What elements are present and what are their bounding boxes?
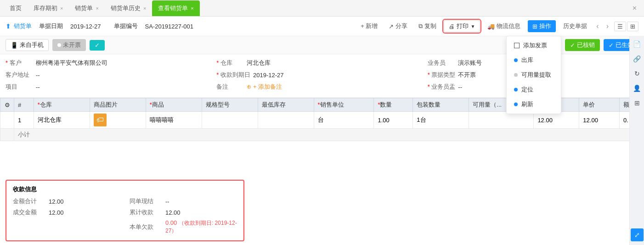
row-quantity[interactable]: 1.00: [374, 112, 413, 129]
col-package-qty: 包装数量: [413, 98, 469, 112]
doc-date-value[interactable]: 2019-12-27: [70, 23, 101, 30]
available-icon: [514, 73, 518, 77]
warehouse-field: 仓库 河北仓库: [216, 59, 427, 67]
tab-view-sales-close[interactable]: ×: [191, 6, 193, 11]
tab-inventory-init[interactable]: 库存期初 ×: [28, 0, 69, 16]
history-button[interactable]: 历史单据: [559, 21, 591, 32]
address-label: 客户地址: [6, 71, 33, 79]
address-field: 客户地址 --: [6, 71, 216, 79]
tab-history-close[interactable]: ×: [143, 6, 146, 11]
menu-item-locate[interactable]: 定位: [507, 82, 561, 97]
total-value: 12.00: [49, 198, 64, 205]
sold-status-button[interactable]: ✓ 已核销: [565, 39, 600, 51]
row-package-qty: 1台: [413, 112, 469, 129]
total-label: 金额合计: [13, 197, 45, 205]
row-spec: [202, 112, 258, 129]
row-stock: 12.00: [534, 112, 579, 129]
not-open-dot: [57, 43, 61, 47]
confirm-button[interactable]: ✓: [90, 40, 105, 51]
doc-type-badge: ⬆ 销货单: [6, 22, 32, 30]
row-product-img: 🏷: [90, 112, 146, 129]
subtotal-gear: [0, 129, 14, 141]
sidebar-table-icon[interactable]: ⊞: [631, 97, 644, 109]
customer-label: 客户: [6, 59, 33, 67]
col-warehouse: *仓库: [34, 98, 90, 112]
tab-view-sales[interactable]: 查看销货单 ×: [152, 0, 199, 16]
print-button[interactable]: 🖨 打印 ▼: [444, 20, 480, 32]
operation-button[interactable]: ⊞ 操作: [528, 20, 556, 32]
product-image: 🏷: [94, 114, 107, 126]
nav-prev[interactable]: ‹: [594, 21, 600, 31]
menu-item-refresh[interactable]: 刷新: [507, 97, 561, 112]
from-mobile-button[interactable]: 📱 来自手机: [6, 39, 49, 51]
tab-sales-history[interactable]: 销货单历史 ×: [105, 0, 152, 16]
sidebar-link-icon[interactable]: 🔗: [631, 52, 644, 65]
transaction-value: 12.00: [49, 209, 64, 216]
view-grid[interactable]: ⊞: [627, 22, 638, 31]
staff-value[interactable]: 演示账号: [458, 59, 495, 67]
sold-label: 已核销: [577, 41, 595, 49]
doc-header: ⬆ 销货单 单据日期 2019-12-27 单据编号 SA-20191227-0…: [0, 17, 644, 36]
table-row: 1 河北仓库 🏷 嘻嘻嘻嘻 台 1.00 1台 12.00 12.00 0.: [0, 112, 644, 129]
tab-history-label: 销货单历史: [111, 4, 141, 12]
cumulative-row: 累计收款 12.00: [130, 208, 237, 217]
locate-icon: [514, 88, 518, 91]
tab-sales-order[interactable]: 销货单 ×: [69, 0, 104, 16]
ticket-type-value[interactable]: 不开票: [458, 71, 495, 79]
tab-view-sales-label: 查看销货单: [158, 4, 188, 12]
due-date-field: 收款到期日 2019-12-27: [216, 71, 427, 79]
total-row: 金额合计 12.00: [13, 197, 120, 205]
customer-value[interactable]: 柳州粤港平安气体有限公司: [36, 59, 109, 67]
sidebar-file-icon[interactable]: 📄: [631, 38, 644, 51]
menu-item-outbound[interactable]: 出库: [507, 53, 561, 68]
sidebar-refresh-icon[interactable]: ↻: [631, 67, 644, 80]
row-warehouse: 河北仓库: [34, 112, 90, 129]
doc-type-icon: ⬆: [6, 23, 11, 30]
view-list[interactable]: ☰: [614, 22, 626, 31]
settlement-value: --: [165, 198, 169, 205]
doc-date-label: 单据日期: [39, 22, 63, 30]
due-date-value[interactable]: 2019-12-27: [253, 72, 290, 79]
mobile-icon: 📱: [11, 42, 18, 49]
close-all-tabs[interactable]: ×: [629, 4, 640, 12]
print-icon: 🖨: [449, 23, 455, 30]
operation-dropdown: 添加发票 出库 可用量提取 定位 刷新: [506, 36, 561, 114]
project-field: 项目 --: [6, 83, 216, 91]
new-button[interactable]: + 新增: [357, 21, 381, 32]
outbound-icon: [514, 58, 518, 62]
menu-item-add-invoice[interactable]: 添加发票: [507, 38, 561, 53]
menu-item-available[interactable]: 可用量提取: [507, 68, 561, 82]
add-invoice-label: 添加发票: [523, 41, 547, 50]
tab-sales-close[interactable]: ×: [96, 6, 98, 11]
nav-next[interactable]: ›: [604, 21, 610, 31]
refresh-label: 刷新: [521, 100, 533, 108]
print-arrow: ▼: [470, 24, 475, 29]
tab-inventory-close[interactable]: ×: [60, 6, 63, 11]
col-quantity: *数量: [374, 98, 413, 112]
not-open-button[interactable]: 未开票: [52, 39, 86, 51]
address-value: --: [36, 72, 109, 79]
warehouse-value[interactable]: 河北仓库: [247, 59, 283, 67]
sidebar-expand-icon[interactable]: ⤢: [631, 228, 644, 241]
logistics-button[interactable]: 🚚 物流信息: [484, 21, 524, 32]
add-remark-button[interactable]: ⊕ + 添加备注: [247, 83, 282, 91]
row-product[interactable]: 嘻嘻嘻嘻: [146, 112, 202, 129]
not-open-label: 未开票: [63, 41, 81, 49]
copy-button[interactable]: ⧉ 复制: [415, 21, 440, 32]
col-gear[interactable]: ⚙: [0, 98, 14, 112]
logistics-icon: 🚚: [487, 23, 495, 30]
sidebar-user-icon[interactable]: 👤: [631, 82, 644, 95]
row-min-stock: [258, 112, 314, 129]
subtotal-label: 小计: [14, 129, 644, 141]
locate-label: 定位: [521, 85, 533, 94]
project-label: 项目: [6, 83, 33, 91]
tab-bar: 首页 库存期初 × 销货单 × 销货单历史 × 查看销货单 × ×: [0, 0, 644, 17]
row-gear[interactable]: [0, 112, 14, 129]
share-button[interactable]: ↗ 分享: [385, 21, 411, 32]
tab-home[interactable]: 首页: [4, 0, 28, 16]
cumulative-value: 12.00: [165, 209, 181, 216]
balance-value: 0.00 （收款到期日: 2019-12-27）: [165, 219, 237, 235]
due-date-label: 收款到期日: [216, 71, 250, 79]
col-product-img: 商品图片: [90, 98, 146, 112]
row-unit-price[interactable]: 12.00: [579, 112, 620, 129]
